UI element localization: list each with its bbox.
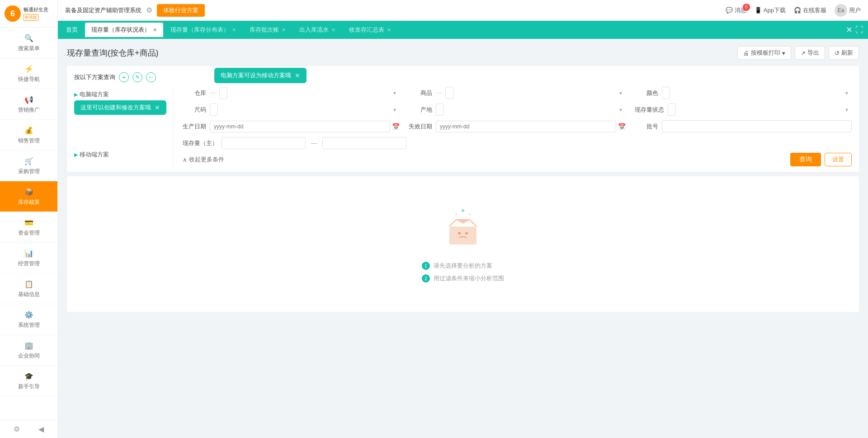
export-button[interactable]: ↗ 导出 [795, 46, 825, 60]
color-wrapper [662, 87, 852, 99]
print-button[interactable]: 🖨 按模板打印 ▾ [737, 46, 791, 60]
svg-point-3 [462, 209, 464, 212]
tooltip-scheme-close[interactable]: ✕ [295, 72, 300, 79]
online-service-item[interactable]: 🎧 在线客服 [794, 6, 826, 14]
sidebar-bottom: ⚙ ◀ [0, 420, 57, 438]
scheme-mobile-label: 移动端方案 [80, 151, 109, 159]
sidebar-item-search[interactable]: 🔍 搜索菜单 [0, 28, 57, 58]
tab-maximize-icon[interactable]: ⛶ [855, 25, 863, 35]
filter-field-batch: 批号 [635, 120, 852, 132]
filter-label: 按以下方案查询 [74, 73, 115, 81]
app-download-item[interactable]: 📱 App下载 [755, 6, 786, 14]
marketing-icon: 📢 [24, 94, 34, 104]
sidebar-item-management[interactable]: 📊 经营管理 [0, 243, 57, 273]
size-label: 尺码 [183, 106, 206, 114]
tooltip-scheme-text: 电脑方案可设为移动方案哦 [221, 71, 291, 80]
empty-svg [440, 206, 486, 251]
collapse-btn[interactable]: ∧ 收起更多条件 [183, 152, 224, 167]
batch-input[interactable] [662, 120, 852, 132]
goods-dots[interactable]: ··· [436, 89, 442, 97]
print-label: 按模板打印 [751, 49, 780, 57]
sales-icon: 💰 [24, 125, 34, 135]
filter-field-stock-main: 现存量（主） — [183, 137, 406, 149]
tab-inout[interactable]: 出入库流水 ✕ [293, 23, 342, 37]
refresh-button[interactable]: ↺ 刷新 [829, 46, 859, 60]
inventory-icon: 📦 [24, 187, 34, 197]
print-dropdown-icon: ▾ [782, 50, 785, 57]
message-item[interactable]: 💬 消息 6 [726, 6, 746, 14]
page-title-text: 现存量查询(按仓库+商品) [67, 47, 159, 58]
settings-bottom-icon[interactable]: ⚙ [14, 425, 20, 433]
produce-date-start[interactable] [210, 121, 390, 132]
tab-stock-status[interactable]: 现存量（库存状况表） ✕ [85, 23, 163, 37]
enterprise-icon: 🏢 [24, 340, 34, 350]
warehouse-select[interactable] [219, 87, 227, 99]
stock-main-from[interactable] [222, 137, 306, 149]
query-button[interactable]: 查询 [790, 153, 821, 166]
goods-select[interactable] [445, 87, 453, 99]
tab-summary-close[interactable]: ✕ [387, 27, 391, 33]
sidebar-item-finance[interactable]: 💳 资金管理 [0, 212, 57, 243]
tab-summary[interactable]: 收发存汇总表 ✕ [343, 23, 397, 37]
filter-row4: 现存量（主） — [183, 137, 852, 149]
filter-panel: 按以下方案查询 + ✎ ← 电脑方案可设为移动方案哦 ✕ [67, 66, 859, 172]
tab-batch-close[interactable]: ✕ [282, 27, 286, 33]
expire-date-start[interactable] [436, 121, 616, 132]
collapse-icon: ∧ [183, 156, 187, 163]
user-item[interactable]: Ea 用户 [835, 4, 861, 17]
tab-home[interactable]: 首页 [60, 23, 84, 37]
stock-main-to[interactable] [322, 137, 406, 149]
scheme-desktop[interactable]: ▶ 电脑端方案 [74, 89, 167, 100]
expire-date-icon[interactable]: 📅 [618, 123, 626, 130]
sidebar-nav: 🔍 搜索菜单 ⚡ 快捷导航 📢 营销推广 💰 销售管理 🛒 采购管理 📦 库存核… [0, 28, 57, 420]
sidebar-item-management-label: 经营管理 [18, 260, 40, 268]
basic-icon: 📋 [24, 279, 34, 289]
header-setting-icon[interactable]: ⚙ [146, 6, 152, 14]
tab-batch[interactable]: 库存批次账 ✕ [243, 23, 292, 37]
finance-icon: 💳 [24, 217, 34, 227]
sidebar-item-sales-label: 销售管理 [18, 137, 40, 145]
scheme-mobile[interactable]: ▶ 移动端方案 [74, 149, 167, 160]
tab-stock-status-close[interactable]: ✕ [153, 27, 157, 33]
scheme-desktop-arrow: ▶ [74, 92, 78, 98]
sidebar: 6 畅通好生意 标准版 🔍 搜索菜单 ⚡ 快捷导航 📢 营销推广 💰 销售管理 … [0, 0, 58, 438]
tooltip-edit-close[interactable]: ✕ [155, 104, 160, 111]
add-scheme-btn[interactable]: + [119, 72, 129, 82]
empty-step2: 2 用过滤条件来缩小分析范围 [422, 274, 504, 283]
size-select[interactable] [210, 104, 218, 116]
edit-scheme-btn[interactable]: ✎ [132, 72, 142, 82]
color-label: 颜色 [635, 89, 658, 97]
sidebar-item-purchase[interactable]: 🛒 采购管理 [0, 151, 57, 181]
sidebar-item-guide-label: 新手引导 [18, 383, 40, 391]
origin-select[interactable] [436, 104, 444, 116]
stock-status-select[interactable] [668, 104, 676, 116]
step1-num: 1 [422, 262, 430, 270]
logo-text: 畅通好生意 标准版 [24, 6, 48, 21]
tab-inout-close[interactable]: ✕ [331, 27, 335, 33]
industry-plan-button[interactable]: 体验行业方案 [157, 4, 205, 17]
sidebar-item-finance-label: 资金管理 [18, 229, 40, 237]
sidebar-item-quicknav[interactable]: ⚡ 快捷导航 [0, 58, 57, 89]
svg-point-5 [455, 213, 457, 215]
sidebar-item-inventory[interactable]: 📦 库存核算 [0, 181, 57, 212]
sidebar-item-sales[interactable]: 💰 销售管理 [0, 120, 57, 151]
tab-stock-distribution-close[interactable]: ✕ [232, 27, 236, 33]
tab-stock-distribution[interactable]: 现存量（库存分布表） ✕ [164, 23, 242, 37]
reset-button[interactable]: 设置 [825, 153, 852, 166]
produce-date-icon[interactable]: 📅 [392, 123, 400, 130]
tooltip-scheme: 电脑方案可设为移动方案哦 ✕ [214, 68, 307, 83]
online-service-icon: 🎧 [794, 7, 801, 14]
arrow-scheme-btn[interactable]: ← [146, 72, 156, 82]
color-select[interactable] [662, 87, 670, 99]
sidebar-item-marketing[interactable]: 📢 营销推广 [0, 89, 57, 120]
goods-label: 商品 [409, 89, 432, 97]
sidebar-item-system[interactable]: ⚙️ 系统管理 [0, 304, 57, 335]
page-title-row: 现存量查询(按仓库+商品) 🖨 按模板打印 ▾ ↗ 导出 ↺ 刷新 [67, 46, 859, 60]
sidebar-item-basic[interactable]: 📋 基础信息 [0, 273, 57, 304]
collapse-sidebar-icon[interactable]: ◀ [38, 425, 44, 433]
tab-close-all-icon[interactable]: ✕ [846, 25, 853, 35]
sidebar-item-enterprise[interactable]: 🏢 企业协同 [0, 335, 57, 366]
sidebar-item-guide[interactable]: 🎓 新手引导 [0, 366, 57, 396]
sidebar-item-basic-label: 基础信息 [18, 291, 40, 298]
warehouse-dots[interactable]: ··· [210, 89, 216, 97]
